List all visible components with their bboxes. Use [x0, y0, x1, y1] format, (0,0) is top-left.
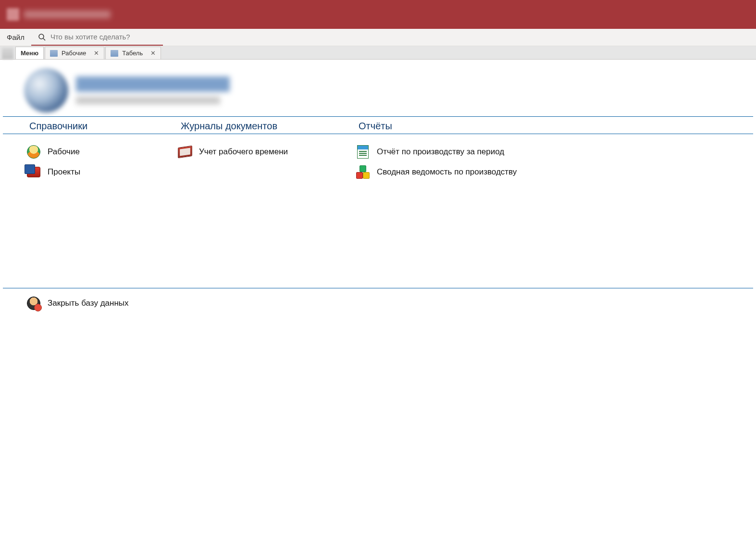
file-menu-label: Файл: [7, 33, 25, 41]
link-timesheet[interactable]: Учет рабочего времени: [178, 142, 356, 162]
window-title: [24, 11, 111, 18]
tab-timesheet[interactable]: Табель ✕: [105, 47, 161, 59]
cubes-icon: [356, 165, 370, 179]
link-production-report[interactable]: Отчёт по производству за период: [356, 142, 567, 162]
tab-workers[interactable]: Рабочие ✕: [45, 47, 104, 59]
logo-area: [0, 64, 756, 116]
link-projects[interactable]: Проекты: [26, 162, 178, 182]
agent-exit-icon: [26, 296, 41, 310]
menu-section: Справочники Журналы документов Отчёты: [3, 116, 753, 134]
ribbon: Файл: [0, 29, 756, 46]
search-icon: [38, 33, 46, 41]
file-menu[interactable]: Файл: [0, 29, 31, 46]
reports-column: Отчёт по производству за период Сводная …: [356, 139, 567, 182]
form-icon: [50, 50, 58, 57]
book-icon: [178, 145, 192, 159]
tab-menu[interactable]: Меню: [15, 47, 44, 59]
link-label: Закрыть базу данных: [48, 298, 129, 308]
table-report-icon: [356, 145, 370, 159]
main-content: Справочники Журналы документов Отчёты Ра…: [0, 60, 756, 313]
app-icon: [7, 8, 19, 21]
form-icon: [111, 50, 118, 57]
worker-icon: [26, 145, 41, 159]
link-summary-report[interactable]: Сводная ведомость по производству: [356, 162, 567, 182]
company-logo: [24, 68, 68, 112]
link-close-database[interactable]: Закрыть базу данных: [26, 293, 756, 313]
link-label: Отчёт по производству за период: [377, 147, 504, 157]
link-workers[interactable]: Рабочие: [26, 142, 178, 162]
title-bar: [0, 0, 756, 29]
company-name-block: [76, 76, 230, 104]
journals-heading: Журналы документов: [181, 120, 359, 134]
link-label: Сводная ведомость по производству: [377, 167, 517, 177]
nav-pane-toggle[interactable]: [2, 48, 13, 59]
tell-me-search[interactable]: [31, 29, 163, 46]
close-icon[interactable]: ✕: [94, 50, 99, 57]
search-input[interactable]: [50, 33, 156, 41]
svg-line-1: [43, 38, 45, 40]
directories-column: Рабочие Проекты: [0, 139, 178, 182]
reports-heading: Отчёты: [359, 120, 570, 134]
directories-heading: Справочники: [29, 120, 181, 134]
tab-label: Меню: [21, 50, 38, 57]
close-icon[interactable]: ✕: [150, 50, 156, 57]
heading-divider: [3, 134, 753, 134]
link-label: Учет рабочего времени: [199, 147, 288, 157]
link-label: Проекты: [48, 167, 80, 177]
tab-label: Табель: [122, 50, 143, 57]
link-label: Рабочие: [48, 147, 80, 157]
journals-column: Учет рабочего времени: [178, 139, 356, 182]
document-tabs: Меню Рабочие ✕ Табель ✕: [0, 46, 756, 60]
svg-point-0: [39, 34, 44, 39]
briefcase-icon: [26, 165, 41, 179]
tab-label: Рабочие: [62, 50, 86, 57]
